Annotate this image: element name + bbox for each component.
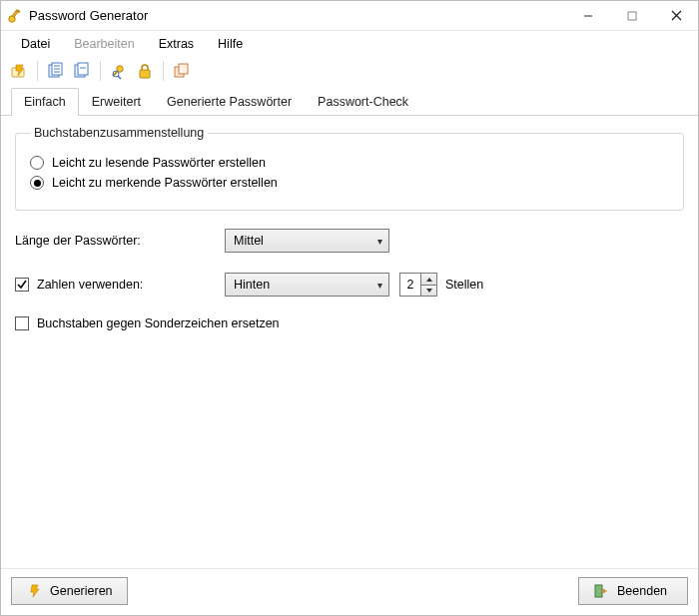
titlebar: Password Generator: [1, 1, 698, 31]
tab-panel-simple: Buchstabenzusammenstellung Leicht zu les…: [1, 116, 698, 568]
numbers-count-input[interactable]: 2: [399, 273, 421, 297]
spinner-up-button[interactable]: [421, 273, 437, 285]
generate-label: Generieren: [50, 584, 113, 598]
radio-label: Leicht zu lesende Passwörter erstellen: [52, 156, 266, 170]
tab-simple[interactable]: Einfach: [11, 88, 79, 116]
tab-advanced[interactable]: Erweitert: [79, 88, 154, 116]
bolt-icon: [26, 583, 42, 599]
replace-special-label: Buchstaben gegen Sonderzeichen ersetzen: [37, 316, 280, 330]
radio-icon: [30, 176, 44, 190]
menu-extras[interactable]: Extras: [149, 35, 204, 53]
length-value: Mittel: [234, 234, 264, 248]
row-use-numbers: Zahlen verwenden: Hinten ▾ 2 Stellen: [15, 273, 684, 297]
svg-marker-23: [426, 278, 432, 282]
toolbar-lock-icon[interactable]: [135, 61, 155, 81]
menu-help[interactable]: Hilfe: [208, 35, 253, 53]
tab-password-check[interactable]: Passwort-Check: [305, 88, 421, 116]
chevron-down-icon: ▾: [377, 280, 382, 291]
length-label: Länge der Passwörter:: [15, 234, 225, 248]
toolbar-copy-list-icon[interactable]: [46, 61, 66, 81]
letter-composition-group: Buchstabenzusammenstellung Leicht zu les…: [15, 126, 684, 211]
minimize-button[interactable]: [566, 1, 610, 31]
radio-memorable[interactable]: Leicht zu merkende Passwörter erstellen: [30, 176, 669, 190]
radio-label: Leicht zu merkende Passwörter erstellen: [52, 176, 278, 190]
numbers-count-value: 2: [407, 278, 414, 292]
svg-line-19: [118, 76, 121, 79]
close-window-button[interactable]: [654, 1, 698, 31]
toolbar-generate-icon[interactable]: [9, 61, 29, 81]
numbers-position-select[interactable]: Hinten ▾: [225, 273, 389, 297]
svg-rect-25: [595, 585, 602, 597]
row-replace-special: Buchstaben gegen Sonderzeichen ersetzen: [15, 316, 684, 330]
toolbar-search-key-icon[interactable]: [109, 61, 129, 81]
spinner-down-button[interactable]: [421, 285, 437, 297]
toolbar-separator: [37, 61, 38, 81]
menu-edit[interactable]: Bearbeiten: [64, 35, 144, 53]
app-key-icon: [7, 8, 23, 24]
svg-line-6: [672, 11, 681, 20]
svg-rect-14: [78, 63, 88, 75]
numbers-count-spinner: 2: [399, 273, 437, 297]
toolbar-copy-single-icon[interactable]: [72, 61, 92, 81]
menubar: Datei Bearbeiten Extras Hilfe: [1, 31, 698, 59]
toolbar-separator: [100, 61, 101, 81]
maximize-button[interactable]: [610, 1, 654, 31]
svg-marker-24: [426, 289, 432, 293]
generate-button[interactable]: Generieren: [11, 577, 128, 605]
row-length: Länge der Passwörter: Mittel ▾: [15, 229, 684, 253]
menu-file[interactable]: Datei: [11, 35, 60, 53]
length-select[interactable]: Mittel ▾: [225, 229, 389, 253]
numbers-count-suffix: Stellen: [445, 278, 483, 292]
radio-readable[interactable]: Leicht zu lesende Passwörter erstellen: [30, 156, 669, 170]
svg-line-5: [672, 11, 681, 20]
tab-generated[interactable]: Generierte Passwörter: [154, 88, 305, 116]
window-title: Password Generator: [29, 8, 566, 23]
close-label: Beenden: [617, 584, 667, 598]
replace-special-checkbox[interactable]: [15, 316, 29, 330]
chevron-down-icon: ▾: [377, 236, 382, 247]
svg-rect-20: [140, 70, 150, 78]
toolbar-separator: [163, 61, 164, 81]
svg-rect-22: [179, 64, 188, 74]
group-legend: Buchstabenzusammenstellung: [30, 126, 208, 140]
numbers-position-value: Hinten: [234, 278, 270, 292]
use-numbers-checkbox[interactable]: [15, 278, 29, 292]
use-numbers-label: Zahlen verwenden:: [37, 278, 143, 292]
toolbar-duplicate-icon[interactable]: [172, 61, 192, 81]
tab-bar: Einfach Erweitert Generierte Passwörter …: [1, 87, 698, 116]
toolbar: [1, 59, 698, 87]
close-button[interactable]: Beenden: [578, 577, 688, 605]
exit-door-icon: [593, 583, 609, 599]
bottom-bar: Generieren Beenden: [1, 568, 698, 615]
radio-icon: [30, 156, 44, 170]
svg-rect-4: [628, 12, 636, 20]
svg-marker-26: [602, 588, 607, 594]
